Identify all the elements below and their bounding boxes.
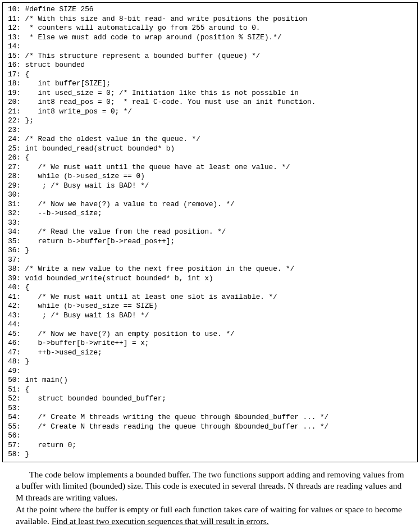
line-number: 23: [6, 126, 21, 135]
line-number: 54: [6, 413, 21, 422]
code-text: ; /* Busy wait is BAD! */ [21, 311, 149, 320]
line-number: 27: [6, 163, 21, 172]
code-line: 52: struct bounded bounded_buffer; [6, 394, 414, 404]
code-text: /* Read the value from the read position… [21, 227, 226, 236]
line-number: 56: [6, 431, 21, 441]
code-text: int used_size = 0; /* Initiation like th… [21, 89, 299, 97]
code-line: 26: { [6, 153, 414, 163]
code-line: 25: int bounded_read(struct bounded* b) [6, 144, 414, 154]
line-number: 39: [6, 274, 21, 284]
code-text: /* Read the oldest value in the queue. *… [21, 135, 200, 143]
code-line: 22: }; [6, 116, 414, 126]
line-number: 44: [6, 320, 21, 330]
code-line: 16: struct bounded [6, 61, 414, 70]
line-number: 29: [6, 181, 21, 191]
line-number: 13: [6, 33, 21, 43]
line-number: 17: [6, 70, 21, 80]
code-line: 38: /* Write a new value to the next fre… [6, 265, 414, 274]
line-number: 11: [6, 15, 21, 24]
paragraph-2-underlined: Find at least two execution sequences th… [52, 516, 269, 526]
line-number: 24: [6, 135, 21, 144]
line-number: 43: [6, 311, 21, 321]
line-number: 25: [6, 144, 21, 154]
code-text: return 0; [21, 441, 76, 449]
code-text [21, 320, 25, 329]
code-line: 43: ; /* Busy wait is BAD! */ [6, 311, 414, 321]
code-line: 44: [6, 320, 414, 330]
line-number: 12: [6, 24, 21, 33]
line-number: 38: [6, 265, 21, 274]
code-line: 39: void bounded_write(struct bounded* b… [6, 274, 414, 284]
code-text [21, 126, 25, 134]
line-number: 34: [6, 227, 21, 237]
line-number: 10: [6, 5, 21, 15]
line-number: 57: [6, 441, 21, 450]
code-text: /* We must wait until at least one slot … [21, 293, 277, 301]
line-number: 49: [6, 367, 21, 376]
code-text: int buffer[SIZE]; [21, 79, 111, 88]
code-text: { [21, 70, 29, 79]
code-text: /* Now we have(?) a value to read (remov… [21, 200, 235, 208]
line-number: 36: [6, 246, 21, 256]
code-text [21, 190, 25, 199]
code-line: 15: /* This structure represent a bounde… [6, 52, 414, 61]
code-line: 19: int used_size = 0; /* Initiation lik… [6, 89, 414, 98]
code-line: 36: } [6, 246, 414, 256]
code-line: 50: int main() [6, 376, 414, 385]
line-number: 31: [6, 200, 21, 210]
code-block: 10: #define SIZE 25611: /* With this siz… [2, 2, 418, 462]
line-number: 48: [6, 357, 21, 367]
code-text: { [21, 385, 29, 394]
code-text: while (b->used_size == SIZE) [21, 302, 158, 310]
line-number: 55: [6, 422, 21, 432]
line-number: 20: [6, 98, 21, 107]
code-line: 10: #define SIZE 256 [6, 5, 414, 15]
code-line: 55: /* Create N threads reading the queu… [6, 422, 414, 432]
paragraph-1: The code below implements a bounded buff… [16, 470, 404, 503]
code-text: void bounded_write(struct bounded* b, in… [21, 274, 213, 283]
code-text: } [21, 450, 29, 458]
code-line: 37: [6, 256, 414, 265]
code-text: ; /* Busy wait is BAD! */ [21, 181, 149, 190]
code-text [21, 404, 25, 412]
code-line: 32: --b->used_size; [6, 209, 414, 219]
code-line: 13: * Else we must add code to wrap arou… [6, 33, 414, 43]
code-text: /* Write a new value to the next free po… [21, 265, 294, 273]
line-number: 21: [6, 107, 21, 117]
code-text: }; [21, 116, 34, 125]
code-text [21, 431, 25, 440]
line-number: 32: [6, 209, 21, 219]
code-line: 31: /* Now we have(?) a value to read (r… [6, 200, 414, 210]
code-line: 23: [6, 126, 414, 135]
code-line: 11: /* With this size and 8-bit read- an… [6, 15, 414, 24]
code-line: 30: [6, 190, 414, 200]
code-text: int8 write_pos = 0; */ [21, 107, 132, 116]
line-number: 28: [6, 172, 21, 181]
code-line: 34: /* Read the value from the read posi… [6, 227, 414, 237]
code-line: 56: [6, 431, 414, 441]
line-number: 42: [6, 302, 21, 311]
code-text: int main() [21, 376, 68, 384]
code-text: /* With this size and 8-bit read- and wr… [21, 15, 307, 23]
line-number: 58: [6, 450, 21, 459]
code-text: } [21, 357, 29, 366]
code-text: b->buffer[b->write++] = x; [21, 339, 149, 347]
code-line: 12: * counters will automatically go fro… [6, 24, 414, 33]
line-number: 30: [6, 190, 21, 200]
line-number: 52: [6, 394, 21, 404]
code-line: 29: ; /* Busy wait is BAD! */ [6, 181, 414, 191]
line-number: 22: [6, 116, 21, 126]
code-text: /* This structure represent a bounded bu… [21, 52, 260, 60]
code-line: 41: /* We must wait until at least one s… [6, 293, 414, 302]
code-line: 27: /* We must wait until the queue have… [6, 163, 414, 172]
code-text: struct bounded bounded_buffer; [21, 394, 166, 403]
code-text: while (b->used_size == 0) [21, 172, 145, 180]
line-number: 14: [6, 42, 21, 52]
description-text: The code below implements a bounded buff… [0, 465, 420, 529]
line-number: 40: [6, 283, 21, 293]
code-text: } [21, 246, 29, 254]
code-text: #define SIZE 256 [21, 5, 93, 13]
code-line: 57: return 0; [6, 441, 414, 450]
code-text: --b->used_size; [21, 209, 102, 217]
line-number: 35: [6, 237, 21, 247]
